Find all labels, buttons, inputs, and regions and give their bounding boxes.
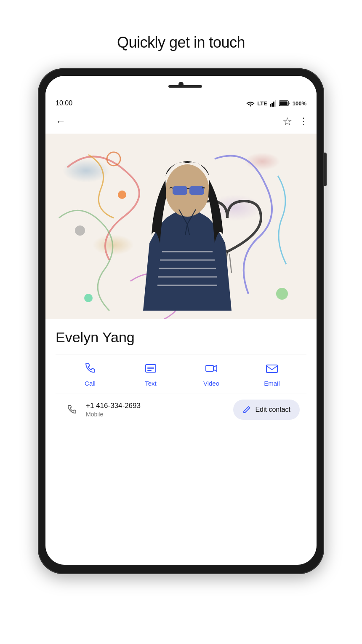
video-button[interactable]: Video bbox=[181, 361, 242, 387]
star-button[interactable]: ☆ bbox=[282, 115, 292, 128]
phone-number-row: +1 416-334-2693 Mobile Edit contact bbox=[56, 394, 306, 425]
svg-rect-1 bbox=[272, 103, 273, 107]
contact-name: Evelyn Yang bbox=[56, 329, 306, 346]
text-icon bbox=[143, 361, 158, 376]
call-label: Call bbox=[85, 380, 96, 387]
edit-icon bbox=[242, 405, 251, 414]
nav-bar: ← ☆ ⋮ bbox=[45, 110, 317, 134]
phone-screen: 10:00 LTE bbox=[45, 76, 317, 565]
edit-contact-button[interactable]: Edit contact bbox=[233, 400, 300, 420]
svg-rect-0 bbox=[270, 104, 271, 107]
svg-rect-12 bbox=[173, 186, 187, 195]
svg-rect-2 bbox=[273, 102, 274, 107]
email-label: Email bbox=[264, 380, 280, 387]
svg-rect-3 bbox=[275, 100, 276, 107]
signal-icon bbox=[270, 100, 277, 107]
status-icons: LTE 100% bbox=[246, 100, 306, 107]
call-icon bbox=[83, 361, 98, 376]
edit-contact-label: Edit contact bbox=[255, 406, 290, 413]
back-button[interactable]: ← bbox=[54, 114, 67, 129]
svg-point-8 bbox=[107, 152, 120, 166]
camera-notch bbox=[178, 82, 184, 87]
video-label: Video bbox=[203, 380, 219, 387]
svg-rect-19 bbox=[266, 365, 277, 373]
action-buttons-row: Call Text bbox=[56, 354, 306, 394]
text-label: Text bbox=[145, 380, 157, 387]
wifi-icon bbox=[246, 100, 255, 107]
contact-info: Evelyn Yang Call bbox=[45, 319, 317, 432]
svg-rect-5 bbox=[279, 102, 287, 105]
person-photo bbox=[124, 150, 250, 319]
video-icon bbox=[204, 361, 219, 376]
svg-rect-18 bbox=[206, 365, 213, 371]
svg-rect-13 bbox=[189, 186, 204, 195]
email-icon bbox=[264, 361, 279, 376]
svg-point-7 bbox=[84, 294, 93, 302]
status-time: 10:00 bbox=[56, 99, 72, 107]
call-button[interactable]: Call bbox=[60, 361, 120, 387]
svg-point-9 bbox=[276, 288, 288, 300]
phone-top-bar bbox=[45, 76, 317, 97]
battery-icon bbox=[279, 100, 290, 106]
speaker-bar bbox=[168, 85, 202, 88]
nav-actions: ☆ ⋮ bbox=[282, 115, 309, 128]
more-button[interactable]: ⋮ bbox=[299, 116, 309, 127]
phone-frame: 10:00 LTE bbox=[38, 68, 324, 574]
contact-photo bbox=[45, 134, 317, 319]
network-label: LTE bbox=[257, 100, 267, 107]
status-bar: 10:00 LTE bbox=[45, 97, 317, 110]
phone-row-icon bbox=[64, 402, 79, 417]
battery-label: 100% bbox=[293, 100, 306, 107]
page-title: Quickly get in touch bbox=[117, 34, 245, 51]
text-button[interactable]: Text bbox=[120, 361, 181, 387]
svg-point-6 bbox=[75, 225, 85, 236]
email-button[interactable]: Email bbox=[242, 361, 302, 387]
